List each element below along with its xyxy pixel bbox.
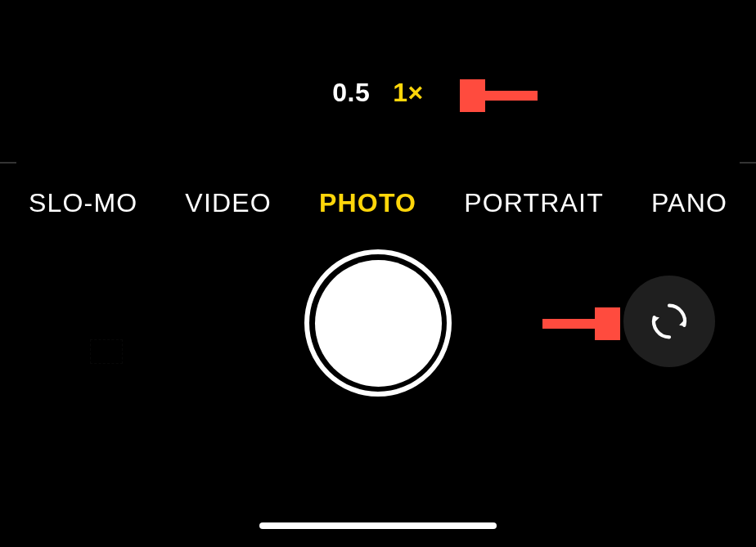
zoom-option-1x[interactable]: 1× [393,78,423,108]
mode-option-pano[interactable]: PANO [651,188,727,218]
viewfinder-edge-left [0,124,16,164]
viewfinder-edge-right [740,124,756,164]
flip-camera-icon [646,298,693,345]
mode-option-portrait[interactable]: PORTRAIT [464,188,604,218]
mode-option-photo[interactable]: PHOTO [319,188,416,218]
shutter-button-inner [315,260,442,387]
mode-option-slomo[interactable]: SLO-MO [29,188,137,218]
flip-camera-button[interactable] [623,276,715,367]
zoom-option-1x-label: 1× [393,78,423,107]
shutter-button[interactable] [304,249,452,397]
mode-selector[interactable]: SLO-MO VIDEO PHOTO PORTRAIT PANO [0,188,756,218]
mode-option-video[interactable]: VIDEO [185,188,272,218]
zoom-selector: 0.5 1× [0,78,756,108]
last-photo-thumbnail[interactable] [90,339,123,364]
home-indicator[interactable] [259,522,497,529]
zoom-option-0-5x[interactable]: 0.5 [332,78,370,108]
